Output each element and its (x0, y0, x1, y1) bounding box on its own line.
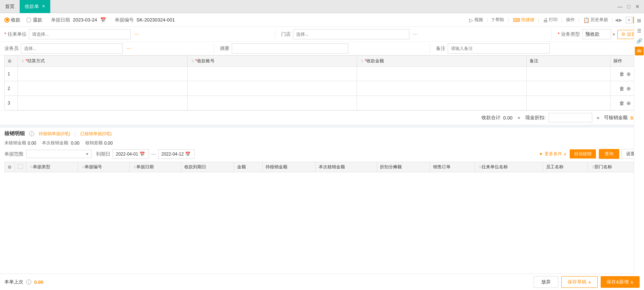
th-gear: ⚙ (5, 56, 18, 67)
doc-date-value: 2023-03-24 (73, 17, 97, 23)
vth-staff: 员工名称 (543, 162, 588, 172)
vth-checkbox (15, 162, 26, 172)
staff-group: 业务员 ··· (4, 43, 208, 54)
save-new-button[interactable]: 保存&新增 ∧ (601, 276, 640, 288)
row-3-delete-icon[interactable]: 🗑 (619, 100, 624, 106)
verify-gear-icon[interactable]: ⚙ (8, 165, 12, 170)
staff-more-icon[interactable]: ··· (126, 46, 131, 51)
row-1-account[interactable] (187, 67, 357, 81)
auto-verify-button[interactable]: 自动核销 (570, 149, 596, 158)
table-row: 1 🗑 ⊕ (5, 67, 640, 81)
staff-label: 业务员 (4, 45, 19, 52)
table-section: ⚙ ⇅ *结算方式 ⇅ *收款账号 ⇅ *收款金额 备注 操作 (0, 55, 644, 110)
row-2-amount[interactable] (357, 81, 527, 96)
calendar-icon[interactable]: 📅 (100, 17, 106, 23)
verify-info-icon[interactable]: i (29, 131, 34, 136)
row-1-delete-icon[interactable]: 🗑 (619, 71, 624, 77)
more-filters-button[interactable]: ▼ 更多条件 ∧ (539, 151, 567, 157)
sidebar-ai-icon[interactable]: Ai (635, 47, 644, 55)
row-3-settlement[interactable] (18, 96, 188, 110)
row-2-account[interactable] (187, 81, 357, 96)
last-order-label: 本单上次 (4, 279, 23, 285)
row-3-remarks[interactable] (526, 96, 610, 110)
row-1-remarks[interactable] (526, 67, 610, 81)
shortcut-button[interactable]: ⌨ 快捷键 (511, 16, 536, 24)
vth-pending: 待核销金额 (262, 162, 315, 172)
video-button[interactable]: ▷ 视频 (468, 16, 484, 24)
save-draft-button[interactable]: 保存草稿 ∧ (561, 276, 598, 288)
done-tab[interactable]: 已核销单据(0笔) (80, 131, 112, 137)
last-order-info-icon[interactable]: i (26, 279, 31, 285)
radio-refund-dot (26, 17, 31, 23)
row-2-settlement[interactable] (18, 81, 188, 96)
summary-input[interactable] (232, 43, 348, 54)
date-from-input[interactable]: 2022-04-01 📅 (113, 149, 149, 159)
tab-bar: 首页 收款单 ✕ — □ ✕ (0, 0, 644, 13)
vth-counterpart: ⇅往来单位名称 (475, 162, 543, 172)
business-type-group: 业务类型 预收款 ▾ ⚙ 设置 (558, 29, 640, 39)
sidebar-attachment-icon[interactable]: 🔗 (635, 36, 644, 45)
total-value: 0.00 (503, 115, 513, 121)
prev-icon[interactable]: ◀ (615, 17, 618, 23)
operations-button[interactable]: 操作 (565, 16, 576, 24)
verify-table: ⚙ ⇅单据类型 ⇅单据编号 ⇅单据日期 收款到期日 金额 待核销金额 本次核销金… (4, 162, 640, 172)
bottom-buttons: 放弃 保存草稿 ∧ 保存&新增 ∧ (534, 276, 640, 288)
store-input[interactable] (293, 29, 409, 39)
vth-doc-no: ⇅单据编号 (78, 162, 129, 172)
row-1-copy-icon[interactable]: ⊕ (627, 71, 631, 77)
counterpart-input[interactable] (29, 29, 131, 39)
history-button[interactable]: 📋 历史单据 (582, 16, 609, 24)
th-amount: ⇅ *收款金额 (357, 56, 527, 67)
divider-1 (275, 30, 275, 39)
sidebar-table-icon[interactable]: ⊞ (635, 16, 644, 25)
help-label: 帮助 (495, 17, 504, 23)
tab-close-icon[interactable]: ✕ (42, 4, 45, 9)
section-separator (0, 125, 644, 128)
table-gear-icon[interactable]: ⚙ (8, 59, 12, 64)
radio-receipt[interactable]: 收款 (4, 17, 20, 23)
select-all-checkbox[interactable] (18, 164, 23, 169)
pending-tab[interactable]: 待核销单据(0笔) (39, 131, 70, 137)
vth-amount: 金额 (234, 162, 263, 172)
counterpart-more-icon[interactable]: ··· (134, 31, 139, 37)
abandon-button[interactable]: 放弃 (534, 276, 558, 288)
row-2-remarks[interactable] (526, 81, 610, 96)
window-controls: — □ ✕ (617, 4, 644, 9)
row-1-settlement[interactable] (18, 67, 188, 81)
help-button[interactable]: ? 帮助 (490, 16, 506, 24)
layout-list-icon[interactable]: ≡ (626, 17, 632, 23)
window-close-button[interactable]: ✕ (635, 4, 640, 9)
row-3-account[interactable] (187, 96, 357, 110)
window-minimize-button[interactable]: — (617, 4, 623, 9)
row-1-amount[interactable] (357, 67, 527, 81)
row-3-copy-icon[interactable]: ⊕ (627, 100, 631, 106)
data-table: ⚙ ⇅ *结算方式 ⇅ *收款账号 ⇅ *收款金额 备注 操作 (4, 55, 640, 110)
remarks-input[interactable] (448, 43, 550, 54)
store-more-icon[interactable]: ··· (413, 31, 418, 37)
this-time-label: 本次核销金额: (42, 140, 69, 146)
counterpart-label: 往来单位 (4, 31, 27, 38)
sidebar-list-icon[interactable]: ☰ (635, 26, 644, 35)
radio-refund[interactable]: 退款 (26, 17, 42, 23)
row-2-delete-icon[interactable]: 🗑 (619, 86, 624, 91)
last-order-value: 0.00 (34, 279, 43, 285)
print-button[interactable]: 🖨 打印 (541, 16, 559, 24)
query-button[interactable]: 查询 (599, 149, 619, 159)
row-3-amount[interactable] (357, 96, 527, 110)
tab-home-label: 首页 (5, 3, 15, 10)
discount-input[interactable] (549, 113, 592, 122)
print-icon: 🖨 (543, 17, 548, 23)
row-2-copy-icon[interactable]: ⊕ (627, 86, 631, 91)
business-type-select[interactable]: 预收款 ▾ (582, 29, 615, 39)
save-new-arrow: ∧ (630, 279, 634, 285)
window-maximize-button[interactable]: □ (626, 4, 632, 9)
date-to-input[interactable]: 2022-04-12 📅 (158, 149, 195, 159)
verify-header: 核销明细 i 待核销单据(0笔) | 已核销单据(0笔) (4, 130, 640, 137)
next-icon[interactable]: ▶ (619, 17, 622, 23)
toolbar-right: ▷ 视频 | ? 帮助 | ⌨ 快捷键 | 🖨 打印 | (468, 16, 640, 24)
tab-receipt[interactable]: 收款单 ✕ (20, 0, 50, 13)
range-select[interactable]: ▾ (26, 150, 92, 158)
staff-input[interactable] (21, 43, 123, 54)
summary-row: 收款合计 0.00 + 现金折扣: = 可核销金额 0.00 (0, 110, 644, 125)
tab-home[interactable]: 首页 (0, 0, 20, 13)
